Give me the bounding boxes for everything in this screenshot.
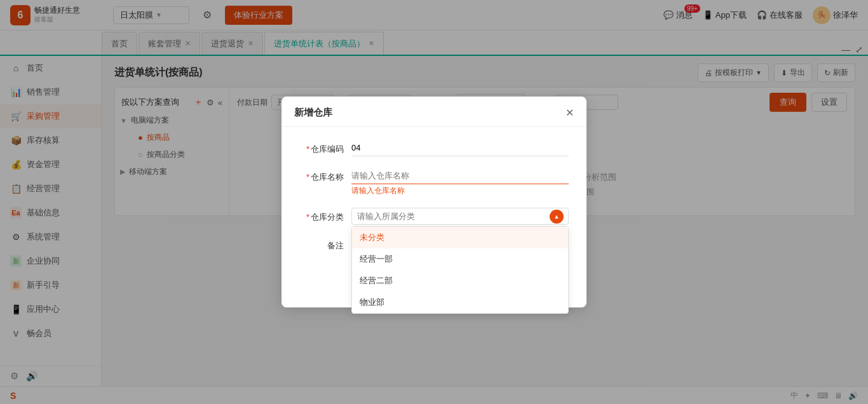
- name-input[interactable]: [351, 168, 569, 184]
- category-input[interactable]: [351, 208, 569, 225]
- name-error-msg: 请输入仓库名称: [351, 185, 569, 196]
- modal-header: 新增仓库 ✕: [281, 97, 587, 127]
- category-arrow[interactable]: [550, 210, 564, 224]
- name-label: 仓库名称: [299, 168, 344, 183]
- dropdown-item-2[interactable]: 经营二部: [352, 270, 568, 292]
- dropdown-item-0[interactable]: 未分类: [352, 227, 568, 248]
- name-row: 仓库名称 请输入仓库名称: [299, 168, 569, 196]
- note-label: 备注: [299, 236, 344, 252]
- dropdown-item-3[interactable]: 物业部: [352, 292, 568, 313]
- modal-title: 新增仓库: [294, 107, 332, 119]
- modal-close-button[interactable]: ✕: [566, 107, 574, 119]
- category-label: 仓库分类: [299, 208, 344, 223]
- dropdown-item-1[interactable]: 经营一部: [352, 248, 568, 270]
- modal-body: 仓库编码 仓库名称 请输入仓库名称 仓库分类 未分类 经营一部: [281, 127, 587, 253]
- category-select-wrap: 未分类 经营一部 经营二部 物业部: [351, 208, 569, 225]
- category-row: 仓库分类 未分类 经营一部 经营二部 物业部: [299, 208, 569, 225]
- code-row: 仓库编码: [299, 140, 569, 156]
- code-label: 仓库编码: [299, 140, 344, 155]
- category-dropdown: 未分类 经营一部 经营二部 物业部: [351, 226, 569, 314]
- code-input[interactable]: [351, 140, 569, 156]
- modal-new-warehouse: 新增仓库 ✕ 仓库编码 仓库名称 请输入仓库名称 仓库分类: [281, 97, 587, 307]
